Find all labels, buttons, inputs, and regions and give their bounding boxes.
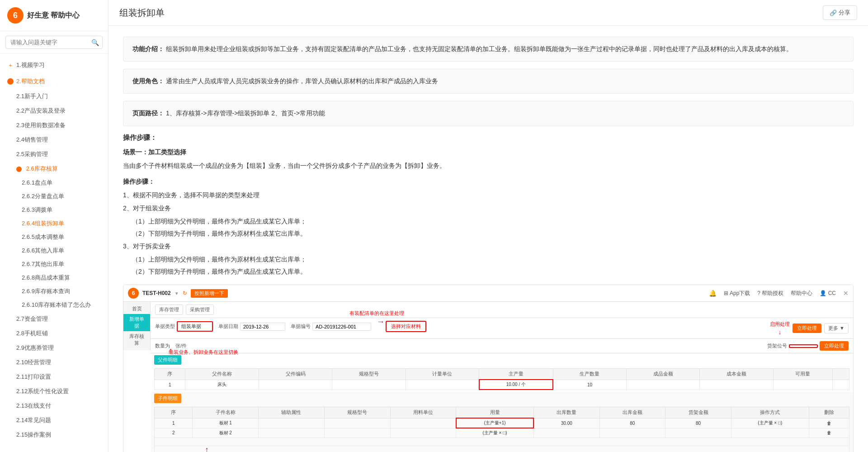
scenario-one-desc: 当由多个子件材料组装成一个成品的业务为【组装】业务，当由一个父件拆分成多个子产品… <box>123 160 854 171</box>
screenshot-container: 6 TEST-H002 ▼ ↻ 按照新增一下 🔔 ⊞ App下载 ? 帮助授权 … <box>123 285 854 452</box>
nav-group-help: 2.帮助文档 2.1新手入门 2.2产品安装及登录 2.3使用前数据准备 2.4… <box>0 74 108 442</box>
sub-th-del: 删除 <box>809 407 849 419</box>
screenshot-help-icon[interactable]: ? 帮助授权 <box>757 290 783 297</box>
sidebar-item-install[interactable]: 2.2产品安装及登录 <box>0 104 108 118</box>
screenshot-lower-table: 序 子件名称 辅助属性 规格型号 用料单位 用量 出库数量 出库金额 货架金额 <box>154 407 849 452</box>
sidebar-item-ledger-error[interactable]: 2.6.10库存账本错了怎么办 <box>0 298 108 312</box>
annotation-type-switch: 组装业务、拆卸业务在这里切换 <box>169 349 238 356</box>
sidebar-item-sales[interactable]: 2.4销售管理 <box>0 133 108 147</box>
sub-td-del[interactable]: 🗑 <box>809 428 849 438</box>
screenshot-btn-apply[interactable]: 立即处理 <box>820 341 849 351</box>
sidebar-item-data-prep[interactable]: 2.3使用前数据准备 <box>0 118 108 133</box>
sub-th-aux: 辅助属性 <box>259 407 325 419</box>
td-available <box>773 380 832 390</box>
nav-sub-sub-label: 2.6.7其他出库单 <box>22 261 64 267</box>
form-input-date[interactable] <box>240 323 285 331</box>
sub-td-out-amt <box>599 428 665 438</box>
sub-table-row-3 <box>155 438 849 446</box>
screenshot-toolbar: 库存管理 采购管理 <box>151 302 853 318</box>
screenshot-new-btn[interactable]: 按照新增一下 <box>191 289 228 298</box>
form-shelf-input[interactable] <box>789 344 818 348</box>
form-shelf: 货架位号 立即处理 <box>767 341 849 351</box>
screenshot-lower-table-wrap: 子件明细 序 子件名称 辅助属性 规格型号 用料单位 用量 <box>151 392 853 452</box>
search-input[interactable] <box>5 36 103 49</box>
sidebar-item-other-out[interactable]: 2.6.7其他出库单 <box>0 257 108 271</box>
main-header: 组装拆卸单 🔗 分享 <box>108 0 868 26</box>
screenshot-dropdown-icon: ▼ <box>175 291 179 296</box>
plus-icon: ＋ <box>7 62 14 68</box>
th-parent-name: 父件名称 <box>185 369 259 380</box>
sidebar-item-stocktake[interactable]: 2.6.1盘点单 <box>0 176 108 190</box>
nav-group-video: ＋ 1.视频学习 <box>0 57 108 73</box>
screenshot-help2-icon[interactable]: 帮助中心 <box>791 290 812 297</box>
sidebar-item-print[interactable]: 2.11打印设置 <box>0 370 108 384</box>
sub-td-empty2 <box>155 446 849 452</box>
sub-td-out-qty: 30.00 <box>533 418 599 428</box>
sidebar-item-other-in[interactable]: 2.6.6其他入库单 <box>0 244 108 257</box>
form-label-num: 单据编号 <box>291 323 311 330</box>
screenshot-apps-icon[interactable]: ⊞ App下载 <box>724 290 750 297</box>
step3-1: （1）上部明细为父件明细，最终作为原材料生成某它出库单； <box>132 254 854 265</box>
td-unit <box>406 380 479 390</box>
sidebar-item-online-pay[interactable]: 2.13在线支付 <box>0 399 108 413</box>
sidebar-item-cases[interactable]: 2.15操作案例 <box>0 428 108 442</box>
screenshot-sidenav-inventory-check[interactable]: 库存核算 <box>123 331 150 348</box>
screenshot-btn-more[interactable]: 更多 ▼ <box>824 323 849 333</box>
td-spec <box>332 380 406 390</box>
share-button[interactable]: 🔗 分享 <box>823 5 857 20</box>
sub-td-del[interactable]: 🗑 <box>809 418 849 428</box>
nav-sub-label: 2.3使用前数据准备 <box>16 122 66 128</box>
th-spec: 规格型号 <box>332 369 406 380</box>
form-input-num[interactable] <box>312 323 371 331</box>
screenshot-refresh-icon[interactable]: ↻ <box>183 290 187 296</box>
screenshot-form-area: 单据类型 组装单据 单据日期 单据编号 <box>151 318 853 339</box>
td-parent-code <box>259 380 332 390</box>
sidebar-item-faq[interactable]: 2.14常见问题 <box>0 413 108 428</box>
nav-sub-sub-items-inventory: 2.6.1盘点单 2.6.2分量盘点单 2.6.3调拨单 2.6.4组装拆卸单 … <box>0 176 108 312</box>
screenshot-sidenav-home[interactable]: 首页 <box>123 304 150 314</box>
step3: 3、对于拆卖业务 <box>123 241 854 252</box>
screenshot-btn-confirm[interactable]: 立即处理 <box>793 324 821 333</box>
sidebar-item-personalize[interactable]: 2.12系统个性化设置 <box>0 384 108 399</box>
sidebar-item-help[interactable]: 2.帮助文档 <box>0 74 108 89</box>
sidebar-item-partial-stocktake[interactable]: 2.6.2分量盘点单 <box>0 190 108 203</box>
ops-steps-title: 操作步骤： <box>123 133 854 142</box>
step3-2: （2）下部明细为子件明细，最终作为产成品生成某它入库单。 <box>132 266 854 277</box>
screenshot-sidenav-new[interactable]: 新增单据 <box>123 314 150 331</box>
sidebar-item-product-cost[interactable]: 2.6.8商品成本重算 <box>0 271 108 285</box>
sidebar-item-purchase[interactable]: 2.5采购管理 <box>0 147 108 162</box>
role-text: 通常由生产人员或库管人员完成拆装业务的操作，库管人员确认原材料的出库和产成品的入… <box>166 77 438 85</box>
arrow-bom-icon: → <box>377 317 385 327</box>
td-product-amt <box>626 380 699 390</box>
screenshot-user-icon[interactable]: 👤 CC <box>820 290 836 296</box>
sub-td-cost-amt <box>731 428 809 438</box>
share-icon: 🔗 <box>830 10 837 16</box>
sidebar-item-video[interactable]: ＋ 1.视频学习 <box>0 57 108 73</box>
sidebar-item-newcomer[interactable]: 2.1新手入门 <box>0 89 108 104</box>
form-shelf-label: 货架位号 <box>767 343 787 349</box>
screenshot-btn-submit[interactable]: 采购管理 <box>186 305 214 315</box>
nav-sub-items-help: 2.1新手入门 2.2产品安装及登录 2.3使用前数据准备 2.4销售管理 2.… <box>0 89 108 442</box>
search-icon[interactable]: 🔍 <box>91 39 99 46</box>
sidebar-item-coupon[interactable]: 2.9优惠券管理 <box>0 341 108 355</box>
form-input-type[interactable]: 组装单据 <box>177 321 213 332</box>
screenshot-btn-save[interactable]: 库存管理 <box>155 305 183 315</box>
sidebar-item-assembly[interactable]: 2.6.4组装拆卸单 <box>0 217 108 230</box>
screenshot-bell-icon[interactable]: 🔔 <box>709 290 717 297</box>
arrow-type-icon: ↑ <box>169 346 173 356</box>
screenshot-lower-table-header: 子件明细 <box>154 394 181 403</box>
sub-table-row-2: 2 板材 2 (主产量 × □) <box>155 428 849 438</box>
nav-sub-label: 2.4销售管理 <box>16 136 48 143</box>
sub-th-spec: 规格型号 <box>324 407 390 419</box>
screenshot-close-icon[interactable]: ✕ <box>843 290 849 297</box>
annotation-bom-box: 选择对应材料 <box>386 321 426 332</box>
sidebar-item-mobile[interactable]: 2.8手机旺铺 <box>0 326 108 341</box>
td-prod-qty: 10 <box>553 380 626 390</box>
sidebar-item-operation[interactable]: 2.10经营管理 <box>0 355 108 370</box>
sidebar-item-capital[interactable]: 2.7资金管理 <box>0 312 108 326</box>
sidebar-item-inventory[interactable]: 2.6库存核算 <box>0 162 108 176</box>
sidebar-item-cost-adjust[interactable]: 2.6.5成本调整单 <box>0 230 108 244</box>
sidebar-item-ledger-query[interactable]: 2.6.9库存账本查询 <box>0 285 108 298</box>
sidebar-item-transfer[interactable]: 2.6.3调拨单 <box>0 203 108 217</box>
screenshot-upper-table: 序 父件名称 父件编码 规格型号 计量单位 主产量 生产数量 成品金额 成本金额 <box>154 368 849 390</box>
